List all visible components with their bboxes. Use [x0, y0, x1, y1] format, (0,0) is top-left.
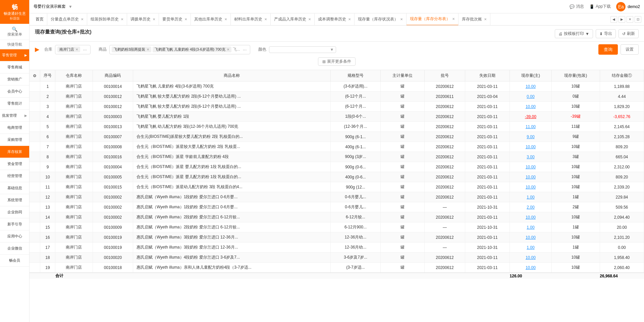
- cell-expire-date: 2021-10-31: [465, 222, 509, 232]
- cell-qty-main[interactable]: 9.00: [510, 132, 552, 142]
- user-menu[interactable]: Ea demo2: [616, 2, 640, 11]
- tab-requisition-history[interactable]: 要货单历史 ✕: [159, 13, 191, 25]
- cell-expire-date: 2021-03-11: [465, 263, 509, 273]
- setting-button[interactable]: 设置: [621, 44, 639, 55]
- tab-close-icon[interactable]: ✕: [348, 17, 351, 21]
- tab-batch-ledger[interactable]: 库存批次账 ✕: [459, 13, 490, 25]
- cell-warehouse: 南岸门店: [55, 142, 93, 152]
- cell-qty-main[interactable]: 1.00: [510, 192, 552, 202]
- cell-checkbox: [30, 142, 40, 152]
- sidebar-item-marketing[interactable]: 营销推广: [0, 73, 29, 86]
- tab-split-history[interactable]: 分量盘点单历史 ✕: [47, 13, 87, 25]
- col-settings[interactable]: ⚙: [30, 70, 40, 82]
- tab-close-icon[interactable]: ✕: [121, 17, 123, 21]
- warehouse-tag-close[interactable]: ✕: [75, 48, 78, 51]
- cell-qty-main[interactable]: 10.00: [510, 102, 552, 112]
- product-input[interactable]: 飞鹤奶粉3段两提装 ✕ 飞鹤星飞帆 儿童奶粉 4段(3-6岁适用) 700克 ✕…: [109, 45, 251, 54]
- export-btn[interactable]: ⬇ 导出: [596, 29, 616, 38]
- cell-qty-main[interactable]: 10.00: [510, 253, 552, 263]
- tab-close-icon[interactable]: ✕: [184, 17, 187, 21]
- tab-home[interactable]: 首页: [32, 13, 47, 25]
- account-title: 母婴行业演示账套: [34, 4, 66, 9]
- sidebar-item-ecommerce[interactable]: 电商管理: [0, 122, 29, 134]
- sidebar-item-retail-shop[interactable]: 零售商城: [0, 61, 29, 73]
- product-tag-0-close[interactable]: ✕: [147, 48, 149, 51]
- cell-qty-main[interactable]: 10.00: [510, 162, 552, 172]
- color-input[interactable]: ▼: [269, 46, 336, 53]
- cell-qty-main[interactable]: -39.00: [510, 112, 552, 122]
- tabs-prev-btn[interactable]: ◀: [610, 16, 617, 23]
- filter-expand-btn[interactable]: ▶: [35, 46, 39, 53]
- tab-close-icon[interactable]: ✕: [452, 17, 455, 21]
- cell-spec: 6-12月较...: [330, 212, 380, 222]
- print-btn[interactable]: 🖨 按模板打印 ▼: [555, 29, 593, 38]
- tab-material-outbound[interactable]: 材料出库单历史 ✕: [231, 13, 271, 25]
- sidebar-item-enterprise[interactable]: 企业协同: [0, 206, 29, 218]
- message-icon: 💬: [570, 4, 575, 9]
- tab-close-icon[interactable]: ✕: [224, 17, 227, 21]
- tab-product-inbound[interactable]: 产成品入库单历史 ✕: [271, 13, 315, 25]
- cell-qty-main[interactable]: 11.00: [510, 122, 552, 132]
- cell-warehouse: 南岸门店: [55, 92, 93, 102]
- cell-qty-main[interactable]: 1.00: [510, 243, 552, 253]
- quick-nav[interactable]: 快捷导航: [0, 40, 29, 49]
- tab-close-icon[interactable]: ✕: [81, 17, 84, 21]
- sidebar-item-wechat[interactable]: 企业微信: [0, 243, 29, 255]
- cell-qty-main[interactable]: 1.00: [510, 222, 552, 232]
- sidebar-item-basic[interactable]: 基础信息: [0, 182, 29, 194]
- tab-other-outbound[interactable]: 其他出库单历史 ✕: [191, 13, 231, 25]
- sidebar-item-guide[interactable]: 新手引导: [0, 218, 29, 230]
- tab-mix-history[interactable]: 调拨单历史 ✕: [127, 13, 159, 25]
- app-download-btn[interactable]: 📱 App下载: [589, 4, 611, 9]
- refresh-btn[interactable]: ↺ 刷新: [619, 29, 639, 38]
- sidebar-item-vip[interactable]: 畅会员: [0, 255, 29, 267]
- product-more-btn[interactable]: ···: [241, 47, 248, 52]
- tab-close-icon[interactable]: ✕: [264, 17, 267, 21]
- tab-inventory-status[interactable]: 现存量（库存状况表） ✕: [355, 13, 407, 25]
- cell-qty-main[interactable]: 10.00: [510, 232, 552, 243]
- sidebar-item-finance[interactable]: 资金管理: [0, 158, 29, 170]
- tab-cost-adjust[interactable]: 成本调整单历史 ✕: [315, 13, 355, 25]
- col-qty-main: 现存量(主): [510, 70, 552, 82]
- cell-qty-main[interactable]: 10.00: [510, 82, 552, 92]
- sidebar-item-wholesale[interactable]: 批发管理 ▶: [0, 110, 29, 122]
- cell-qty-main[interactable]: 3.00: [510, 152, 552, 162]
- warehouse-more-btn[interactable]: ···: [82, 47, 88, 52]
- cell-qty-main[interactable]: 10.00: [510, 263, 552, 273]
- sidebar-item-app-center[interactable]: 应用中心: [0, 230, 29, 243]
- cell-qty-main[interactable]: 2.00: [510, 202, 552, 212]
- tab-close-icon[interactable]: ✕: [153, 17, 155, 21]
- query-button[interactable]: 查询: [598, 44, 618, 55]
- warehouse-input[interactable]: 南岸门店 ✕ ···: [55, 45, 91, 54]
- product-tag-1-close[interactable]: ✕: [227, 48, 229, 51]
- cell-product-name: 合生元（BIOSTIME）派星 婴儿配方奶粉 1段 乳核蛋白的...: [133, 172, 331, 182]
- tab-close-icon[interactable]: ✕: [484, 17, 487, 21]
- sidebar-item-retail-mgmt[interactable]: 零售管理 ▶: [0, 49, 29, 61]
- tabs-expand-btn[interactable]: ⊡: [635, 16, 641, 23]
- sidebar-item-purchase[interactable]: 采购管理: [0, 134, 29, 146]
- expand-more-btn[interactable]: ⊞ 展开更多条件: [318, 57, 356, 66]
- color-dropdown-icon[interactable]: ▼: [330, 47, 334, 52]
- message-btn[interactable]: 💬 消息: [570, 4, 584, 9]
- topbar-right: 💬 消息 📱 App下载 Ea demo2: [570, 2, 640, 11]
- sidebar-item-retail-stats[interactable]: 零售统计: [0, 98, 29, 110]
- cell-qty-main[interactable]: 10.00: [510, 182, 552, 192]
- cell-qty-main[interactable]: 10.00: [510, 172, 552, 182]
- cell-checkbox: [30, 172, 40, 182]
- tab-disassemble-history[interactable]: 组装拆卸单历史 ✕: [87, 13, 127, 25]
- cell-balance: 2,339.20: [600, 182, 644, 192]
- tab-close-icon[interactable]: ✕: [400, 17, 403, 21]
- sidebar-item-inventory[interactable]: 库存核算: [0, 146, 29, 158]
- cell-qty-main[interactable]: 10.00: [510, 142, 552, 152]
- sidebar-item-operations[interactable]: 经营管理: [0, 170, 29, 182]
- tabs-next-btn[interactable]: ▶: [619, 16, 625, 23]
- sidebar-item-member[interactable]: 会员中心: [0, 86, 29, 98]
- tab-close-icon[interactable]: ✕: [308, 17, 311, 21]
- tab-inventory-distrib[interactable]: 现存量（库存分布表） ✕: [407, 13, 459, 25]
- cell-qty-main[interactable]: 10.00: [510, 212, 552, 222]
- search-menu[interactable]: 🔍 搜索菜单: [0, 24, 29, 40]
- dropdown-arrow-icon[interactable]: ▼: [68, 4, 72, 9]
- sidebar-item-system[interactable]: 系统管理: [0, 194, 29, 206]
- tabs-close-btn[interactable]: ✕: [627, 16, 633, 23]
- cell-qty-main[interactable]: 0.00: [510, 92, 552, 102]
